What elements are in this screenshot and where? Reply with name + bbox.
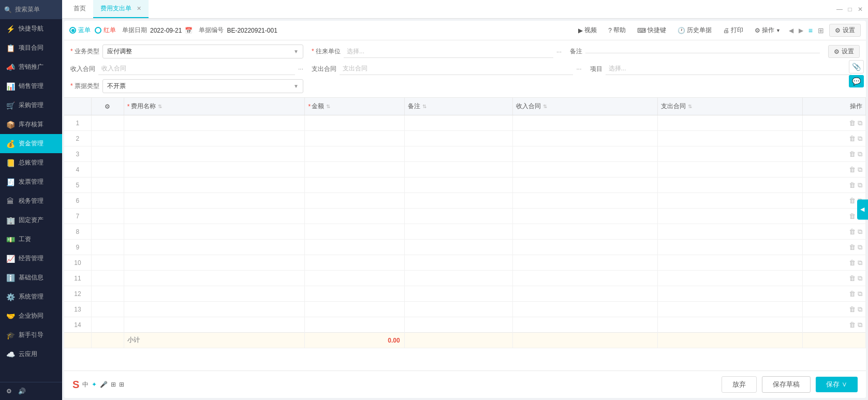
help-btn[interactable]: ? 帮助 xyxy=(605,25,629,36)
row-income-cell[interactable] xyxy=(513,302,658,317)
project-input[interactable]: 选择... xyxy=(606,63,851,75)
sidebar-item-marketing[interactable]: 📣 营销推广 xyxy=(0,57,62,77)
row-note-cell[interactable] xyxy=(404,177,513,193)
row-income-cell[interactable] xyxy=(513,240,658,255)
row-copy-btn[interactable]: ⧉ xyxy=(858,305,862,314)
row-expense-cell[interactable] xyxy=(657,177,802,193)
operate-btn[interactable]: ⚙ 操作 ▼ xyxy=(752,25,784,36)
row-delete-btn[interactable]: 🗑 xyxy=(849,259,856,266)
number-value[interactable]: BE-20220921-001 xyxy=(227,27,277,34)
income-dots[interactable]: ··· xyxy=(298,65,303,72)
row-expense-cell[interactable] xyxy=(657,209,802,224)
row-note-cell[interactable] xyxy=(404,255,513,271)
row-amount-cell[interactable] xyxy=(305,193,404,209)
row-copy-btn[interactable]: ⧉ xyxy=(858,119,862,127)
row-delete-btn[interactable]: 🗑 xyxy=(849,197,856,204)
row-amount-cell[interactable] xyxy=(305,115,404,131)
row-expense-cell[interactable] xyxy=(657,240,802,255)
sidebar-item-purchase[interactable]: 🛒 采购管理 xyxy=(0,96,62,115)
sidebar-item-business[interactable]: 📈 经营管理 xyxy=(0,249,62,268)
col-note-header[interactable]: 备注 ⇅ xyxy=(404,98,513,115)
list-view-icon[interactable]: ≡ xyxy=(808,26,813,35)
row-copy-btn[interactable]: ⧉ xyxy=(858,274,862,283)
sidebar-item-system[interactable]: ⚙️ 系统管理 xyxy=(0,287,62,306)
row-note-cell[interactable] xyxy=(404,115,513,131)
row-name-cell[interactable] xyxy=(124,240,305,255)
row-amount-cell[interactable] xyxy=(305,209,404,224)
sidebar-item-tax[interactable]: 🏛 税务管理 xyxy=(0,191,62,211)
row-income-cell[interactable] xyxy=(513,162,658,177)
sidebar-item-project[interactable]: 📋 项目合同 xyxy=(0,38,62,57)
side-tab-handle[interactable]: ◀ xyxy=(857,199,868,219)
window-close-btn[interactable]: ✕ xyxy=(857,6,864,13)
nav-left-icon[interactable]: ◀ xyxy=(789,27,793,34)
row-note-cell[interactable] xyxy=(404,302,513,317)
video-btn[interactable]: ▶ 视频 xyxy=(575,25,600,36)
invoice-type-input[interactable]: 不开票 ▼ xyxy=(102,79,303,93)
row-name-cell[interactable] xyxy=(124,302,305,317)
radio-red-btn[interactable] xyxy=(95,27,101,34)
row-note-cell[interactable] xyxy=(404,240,513,255)
sidebar-item-basic[interactable]: ℹ️ 基础信息 xyxy=(0,268,62,287)
sidebar-item-enterprise[interactable]: 🤝 企业协同 xyxy=(0,306,62,325)
row-amount-cell[interactable] xyxy=(305,302,404,317)
income-contract-input[interactable]: 收入合同 xyxy=(98,63,295,75)
comment-icon-btn[interactable]: 💬 xyxy=(849,75,864,87)
row-delete-btn[interactable]: 🗑 xyxy=(849,274,856,282)
sidebar-item-newbie[interactable]: 🎓 新手引导 xyxy=(0,325,62,345)
shortcut-btn[interactable]: ⌨ 快捷键 xyxy=(634,25,669,36)
tab-expense[interactable]: 费用支出单 ✕ xyxy=(93,0,149,18)
sidebar-item-invoice[interactable]: 🧾 发票管理 xyxy=(0,172,62,191)
window-maximize-btn[interactable]: □ xyxy=(846,6,854,13)
expense-contract-input[interactable]: 支出合同 xyxy=(340,63,573,75)
row-name-cell[interactable] xyxy=(124,286,305,302)
row-note-cell[interactable] xyxy=(404,193,513,209)
row-expense-cell[interactable] xyxy=(657,224,802,240)
row-name-cell[interactable] xyxy=(124,255,305,271)
sidebar-item-quick-nav[interactable]: ⚡ 快捷导航 xyxy=(0,19,62,38)
row-copy-btn[interactable]: ⧉ xyxy=(858,243,862,251)
row-note-cell[interactable] xyxy=(404,317,513,333)
save-draft-button[interactable]: 保存草稿 xyxy=(762,376,811,393)
tab-close-icon[interactable]: ✕ xyxy=(137,5,141,12)
row-income-cell[interactable] xyxy=(513,286,658,302)
row-amount-cell[interactable] xyxy=(305,162,404,177)
attachment-icon-btn[interactable]: 📎 xyxy=(849,60,864,73)
row-note-cell[interactable] xyxy=(404,209,513,224)
radio-blue[interactable]: 蓝单 xyxy=(69,26,91,35)
row-note-cell[interactable] xyxy=(404,224,513,240)
row-name-cell[interactable] xyxy=(124,224,305,240)
config-icon[interactable]: ⚙ xyxy=(105,103,110,110)
row-amount-cell[interactable] xyxy=(305,255,404,271)
row-income-cell[interactable] xyxy=(513,115,658,131)
row-income-cell[interactable] xyxy=(513,146,658,162)
row-copy-btn[interactable]: ⧉ xyxy=(858,228,862,236)
row-name-cell[interactable] xyxy=(124,177,305,193)
sidebar-item-sales[interactable]: 📊 销售管理 xyxy=(0,77,62,96)
row-note-cell[interactable] xyxy=(404,162,513,177)
row-delete-btn[interactable]: 🗑 xyxy=(849,212,856,220)
col-income-header[interactable]: 收入合同 ⇅ xyxy=(513,98,658,115)
row-name-cell[interactable] xyxy=(124,271,305,286)
row-copy-btn[interactable]: ⧉ xyxy=(858,135,862,143)
row-name-cell[interactable] xyxy=(124,209,305,224)
row-delete-btn[interactable]: 🗑 xyxy=(849,243,856,251)
row-income-cell[interactable] xyxy=(513,317,658,333)
row-copy-btn[interactable]: ⧉ xyxy=(858,150,862,158)
radio-blue-btn[interactable] xyxy=(69,27,76,34)
row-copy-btn[interactable]: ⧉ xyxy=(858,290,862,298)
row-delete-btn[interactable]: 🗑 xyxy=(849,228,856,235)
row-delete-btn[interactable]: 🗑 xyxy=(849,119,856,127)
nav-right-icon[interactable]: ▶ xyxy=(799,27,803,34)
sidebar-item-cloud[interactable]: ☁️ 云应用 xyxy=(0,345,62,364)
row-name-cell[interactable] xyxy=(124,193,305,209)
grid-view-icon[interactable]: ⊞ xyxy=(818,26,824,35)
save-button[interactable]: 保存 ∨ xyxy=(816,377,858,392)
settings-btn-right[interactable]: ⚙ 设置 xyxy=(828,45,860,58)
row-expense-cell[interactable] xyxy=(657,115,802,131)
row-income-cell[interactable] xyxy=(513,224,658,240)
col-name-header[interactable]: * 费用名称 ⇅ xyxy=(124,98,305,115)
sidebar-item-fixed-assets[interactable]: 🏢 固定资产 xyxy=(0,211,62,230)
row-expense-cell[interactable] xyxy=(657,162,802,177)
row-income-cell[interactable] xyxy=(513,193,658,209)
